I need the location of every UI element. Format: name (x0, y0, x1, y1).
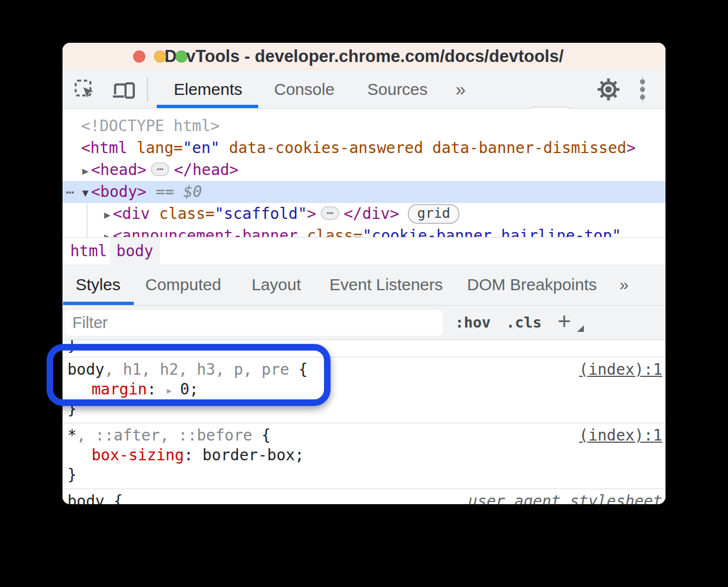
css-text: body (67, 360, 104, 379)
twisty-icon[interactable]: ▶ (104, 225, 113, 237)
kebab-menu-button[interactable] (637, 78, 648, 101)
device-toolbar-button[interactable] (111, 78, 137, 102)
dom-row[interactable]: ▶<announcement-banner class="cookie-bann… (62, 225, 666, 237)
css-selector-line[interactable]: body, h1, h2, h3, p, pre {(index):1 (62, 360, 666, 380)
code-text: lang= (136, 139, 183, 157)
css-text: : border-box; (184, 446, 304, 464)
code-text: <body> (91, 183, 146, 201)
css-text: * (67, 426, 77, 444)
code-text: "cookie-banner hairline-top" (362, 227, 621, 237)
styles-tabbar: Styles Computed Layout Event Listeners D… (62, 264, 666, 306)
css-selector-line[interactable]: body {user agent stylesheet (62, 492, 666, 504)
css-property-line[interactable]: margin: ▸ 0; (62, 380, 666, 399)
row-options-icon[interactable]: ⋯ (66, 181, 75, 203)
code-text: <div (113, 205, 159, 223)
main-toolbar: Elements Console Sources » 3 (62, 70, 666, 109)
styles-toolbar: :hov .cls + (62, 306, 666, 340)
css-property-line[interactable]: box-sizing: border-box; (62, 445, 666, 465)
css-text: { (298, 360, 308, 379)
inspect-icon (73, 78, 97, 102)
device-toolbar-icon (111, 78, 137, 102)
css-close-brace: } (62, 340, 666, 355)
code-text: class= (159, 205, 214, 223)
titlebar: DevTools - developer.chrome.com/docs/dev… (62, 43, 666, 71)
twisty-icon[interactable]: ▶ (82, 160, 91, 182)
traffic-light-zoom-button[interactable] (175, 50, 187, 63)
user-agent-stylesheet-note: user agent stylesheet (468, 492, 662, 504)
settings-button[interactable] (596, 77, 621, 102)
twisty-icon[interactable]: ▶ (104, 204, 113, 225)
css-text: body { (67, 492, 123, 504)
dom-row[interactable]: ▶<head>⋯</head> (62, 159, 666, 181)
css-text: box-sizing (92, 446, 184, 464)
breadcrumb-item-html[interactable]: html (70, 238, 107, 264)
toggle-hover-state-button[interactable]: :hov (455, 306, 491, 340)
tab-layout[interactable]: Layout (252, 264, 301, 305)
code-text: data-cookies-answered (220, 139, 423, 157)
code-text: <html (81, 139, 136, 157)
code-text: "scaffold" (214, 205, 307, 223)
code-text: <announcement-banner (113, 227, 307, 237)
css-text: ▸ (166, 383, 180, 397)
gear-icon (596, 77, 621, 102)
tab-event-listeners[interactable]: Event Listeners (329, 264, 443, 305)
css-text: 0; (180, 380, 198, 398)
elements-tree: <!DOCTYPE html><html lang="en" data-cook… (62, 109, 666, 237)
stylesheet-source-link[interactable]: (index):1 (579, 360, 662, 380)
code-text: </div> (344, 205, 399, 223)
css-text: } (67, 400, 77, 418)
plus-icon: + (558, 308, 571, 334)
window-title: DevTools - developer.chrome.com/docs/dev… (62, 43, 666, 70)
css-text: margin (92, 380, 147, 398)
tab-styles[interactable]: Styles (76, 264, 121, 305)
tab-computed[interactable]: Computed (145, 264, 221, 305)
styles-filter-input[interactable] (65, 310, 443, 336)
dom-row[interactable]: <html lang="en" data-cookies-answered da… (62, 137, 666, 159)
more-tabs-button[interactable]: » (456, 70, 465, 109)
new-style-rule-button[interactable]: + (558, 306, 571, 340)
dom-row[interactable]: <!DOCTYPE html> (62, 115, 666, 137)
devtools-window: DevTools - developer.chrome.com/docs/dev… (62, 43, 666, 504)
css-text: : (147, 380, 166, 398)
code-text: <head> (91, 161, 146, 179)
rule-divider (62, 488, 666, 489)
css-text: } (67, 466, 77, 484)
tab-console[interactable]: Console (274, 70, 334, 109)
tab-dom-breakpoints[interactable]: DOM Breakpoints (467, 264, 597, 305)
active-tab-underline (157, 105, 258, 108)
rule-divider (62, 357, 666, 358)
code-text: data-banner-dismissed (423, 139, 627, 157)
code-text: == (146, 183, 183, 201)
breadcrumb-item-body[interactable]: body (110, 238, 160, 264)
css-text: , h1, h2, h3, p, pre (104, 360, 298, 379)
code-text: <!DOCTYPE html> (81, 117, 220, 135)
styles-pane: }body, h1, h2, h3, p, pre {(index):1marg… (62, 340, 666, 504)
toggle-element-classes-button[interactable]: .cls (506, 306, 542, 340)
code-text: </head> (174, 161, 238, 179)
ellipsis-expand-button[interactable]: ⋯ (151, 162, 169, 176)
tab-sources[interactable]: Sources (367, 70, 428, 109)
ellipsis-expand-button[interactable]: ⋯ (321, 206, 339, 220)
breadcrumb: html body (62, 237, 666, 264)
css-close-brace: } (62, 465, 666, 485)
css-selector-line[interactable]: *, ::after, ::before {(index):1 (62, 426, 666, 445)
css-close-brace: } (62, 399, 666, 419)
inspect-element-button[interactable] (73, 78, 97, 102)
grid-badge[interactable]: grid (408, 204, 459, 224)
css-text: } (67, 340, 77, 354)
css-text: { (261, 426, 271, 444)
stylesheet-source-link[interactable]: (index):1 (579, 426, 662, 445)
dom-row[interactable]: ⋯▼<body> == $0 (62, 181, 666, 203)
plus-caret-icon (577, 325, 584, 332)
toolbar-divider (147, 77, 148, 101)
twisty-icon[interactable]: ▼ (82, 182, 91, 204)
more-styles-tabs-button[interactable]: » (619, 264, 629, 305)
traffic-light-minimize-button[interactable] (154, 50, 166, 63)
dom-row[interactable]: ▶<div class="scaffold">⋯</div>grid (62, 203, 666, 225)
code-text: class= (307, 227, 362, 237)
rule-divider (62, 422, 666, 424)
kebab-menu-icon (637, 78, 648, 101)
css-text: , ::after, ::before (77, 426, 261, 444)
tab-elements[interactable]: Elements (174, 70, 242, 109)
traffic-light-close-button[interactable] (133, 50, 145, 63)
